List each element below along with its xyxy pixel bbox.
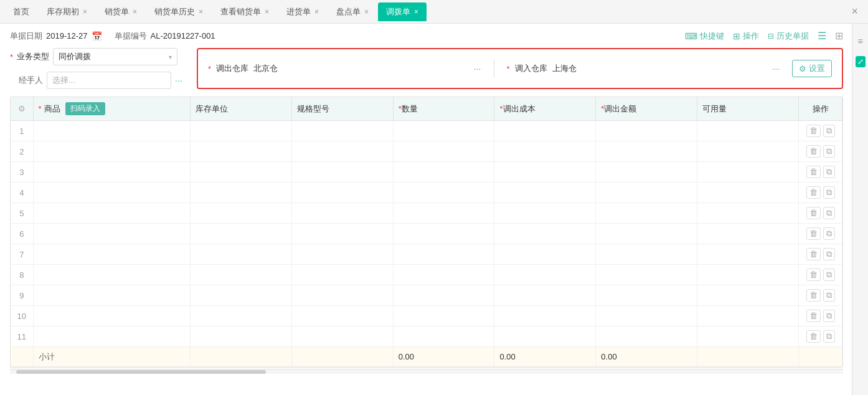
- transfer-out-label: 调出仓库: [216, 63, 248, 74]
- operations-btn[interactable]: ⊞ 操作: [733, 31, 759, 42]
- col-product-label: 商品: [44, 103, 60, 115]
- table-row: 4 🗑⧉: [11, 183, 842, 203]
- handler-select[interactable]: 选择...: [47, 72, 171, 89]
- tab-purchase-order-close[interactable]: ×: [314, 8, 319, 16]
- tab-inventory-init-close[interactable]: ×: [83, 8, 87, 16]
- tab-sales-order-close[interactable]: ×: [133, 8, 137, 16]
- table-row: 7 🗑⧉: [11, 244, 842, 265]
- table-row: 1 🗑 ⧉: [11, 121, 842, 141]
- tab-sales-history[interactable]: 销货单历史 ×: [146, 2, 211, 21]
- layout-toggle-1[interactable]: ☰: [818, 30, 826, 42]
- delete-icon[interactable]: 🗑: [806, 269, 821, 281]
- copy-icon[interactable]: ⧉: [823, 289, 835, 302]
- col-cost: *调出成本: [494, 97, 596, 121]
- date-value[interactable]: 2019-12-27: [46, 31, 88, 40]
- history-btn[interactable]: ⊟ 历史单据: [768, 31, 809, 42]
- delete-icon[interactable]: 🗑: [806, 310, 821, 322]
- tab-view-sales-close[interactable]: ×: [265, 8, 269, 16]
- handler-more-icon[interactable]: ···: [175, 75, 182, 85]
- shortcuts-btn[interactable]: ⌨ 快捷键: [685, 31, 724, 42]
- tab-sales-order-label: 销货单: [105, 6, 129, 17]
- tab-bar: 首页 库存期初 × 销货单 × 销货单历史 × 查看销货单 × 进货单 × 盘点…: [0, 0, 868, 24]
- delete-icon[interactable]: 🗑: [806, 227, 821, 240]
- delete-icon[interactable]: 🗑: [806, 166, 821, 178]
- doc-number-label: 单据编号: [115, 31, 147, 42]
- right-sidebar: ≡ ⤢: [852, 24, 868, 374]
- subtotal-label: 小计: [33, 347, 191, 367]
- col-gear[interactable]: ⚙: [11, 97, 33, 121]
- tab-inventory-check-label: 盘点单: [336, 6, 361, 17]
- copy-icon[interactable]: ⧉: [823, 186, 835, 199]
- sidebar-list-icon[interactable]: ≡: [857, 36, 862, 46]
- col-qty: *数量: [393, 97, 494, 121]
- delete-icon[interactable]: 🗑: [806, 248, 821, 260]
- tab-transfer[interactable]: 调拨单 ×: [378, 2, 427, 21]
- shortcuts-label: 快捷键: [700, 31, 724, 42]
- copy-icon[interactable]: ⧉: [823, 207, 835, 219]
- doc-number-field: 单据编号 AL-20191227-001: [115, 31, 215, 42]
- horizontal-scrollbar[interactable]: [10, 369, 843, 374]
- subtotal-row: 小计 0.00 0.00 0.00: [11, 347, 842, 367]
- tab-view-sales[interactable]: 查看销货单 ×: [212, 2, 277, 21]
- copy-icon[interactable]: ⧉: [823, 310, 835, 322]
- calendar-icon[interactable]: 📅: [92, 31, 102, 41]
- tab-purchase-order[interactable]: 进货单 ×: [278, 2, 327, 21]
- business-type-label: 业务类型: [17, 51, 49, 62]
- window-close-button[interactable]: ×: [846, 5, 863, 18]
- table-row: 5 🗑⧉: [11, 203, 842, 224]
- tab-inventory-check-close[interactable]: ×: [364, 8, 369, 16]
- table-gear-icon[interactable]: ⚙: [18, 104, 26, 113]
- transfer-in-required: *: [507, 64, 510, 74]
- transfer-in-more-icon[interactable]: ···: [772, 64, 780, 74]
- warehouse-section: * 调出仓库 北京仓 ··· * 调入仓库 上海仓 ··· ⚙ 设置: [197, 48, 843, 89]
- tab-sales-history-close[interactable]: ×: [199, 8, 203, 16]
- col-ops: 操作: [799, 97, 842, 121]
- tab-inventory-check[interactable]: 盘点单 ×: [328, 2, 377, 21]
- subtotal-cost: 0.00: [494, 347, 596, 367]
- handler-label: 经手人: [19, 75, 43, 86]
- subtotal-qty: 0.00: [393, 347, 494, 367]
- dropdown-arrow-icon: ▾: [169, 54, 172, 60]
- transfer-out-more-icon[interactable]: ···: [474, 64, 481, 74]
- delete-icon[interactable]: 🗑: [806, 125, 821, 137]
- col-spec: 规格型号: [291, 97, 393, 121]
- settings-label: 设置: [809, 63, 825, 74]
- product-required-mark: *: [39, 104, 42, 113]
- grid-icon: ⊞: [733, 31, 740, 41]
- copy-icon[interactable]: ⧉: [823, 125, 835, 137]
- tab-transfer-close[interactable]: ×: [414, 8, 418, 16]
- settings-button[interactable]: ⚙ 设置: [792, 60, 832, 77]
- doc-number-value: AL-20191227-001: [151, 31, 215, 40]
- table-row: 3 🗑⧉: [11, 162, 842, 183]
- layout-toggle-2[interactable]: ⊞: [835, 30, 843, 42]
- tab-home[interactable]: 首页: [5, 2, 37, 21]
- copy-icon[interactable]: ⧉: [823, 145, 835, 158]
- business-type-value: 同价调拨: [59, 51, 91, 62]
- handler-placeholder: 选择...: [52, 75, 75, 86]
- copy-icon[interactable]: ⧉: [823, 269, 835, 281]
- transfer-out-field: * 调出仓库 北京仓 ···: [208, 63, 481, 74]
- copy-icon[interactable]: ⧉: [823, 166, 835, 178]
- tab-sales-order[interactable]: 销货单 ×: [97, 2, 145, 21]
- delete-icon[interactable]: 🗑: [806, 207, 821, 219]
- col-available: 可用量: [697, 97, 799, 121]
- table-row: 6 🗑⧉: [11, 224, 842, 244]
- table-row: 10 🗑⧉: [11, 306, 842, 326]
- transfer-out-value[interactable]: 北京仓: [253, 63, 469, 74]
- delete-icon[interactable]: 🗑: [806, 289, 821, 302]
- copy-icon[interactable]: ⧉: [823, 248, 835, 260]
- table-row: 2 🗑⧉: [11, 141, 842, 162]
- business-type-required: *: [10, 52, 13, 62]
- col-amount: *调出金额: [596, 97, 697, 121]
- business-type-select[interactable]: 同价调拨 ▾: [53, 48, 177, 65]
- tab-inventory-init[interactable]: 库存期初 ×: [39, 2, 95, 21]
- delete-icon[interactable]: 🗑: [806, 186, 821, 199]
- sidebar-expand-icon[interactable]: ⤢: [856, 56, 866, 67]
- transfer-in-value[interactable]: 上海仓: [552, 63, 768, 74]
- copy-icon[interactable]: ⧉: [823, 227, 835, 240]
- delete-icon[interactable]: 🗑: [806, 330, 821, 343]
- col-unit: 库存单位: [191, 97, 292, 121]
- copy-icon[interactable]: ⧉: [823, 330, 835, 343]
- delete-icon[interactable]: 🗑: [806, 145, 821, 158]
- scan-button[interactable]: 扫码录入: [65, 102, 105, 115]
